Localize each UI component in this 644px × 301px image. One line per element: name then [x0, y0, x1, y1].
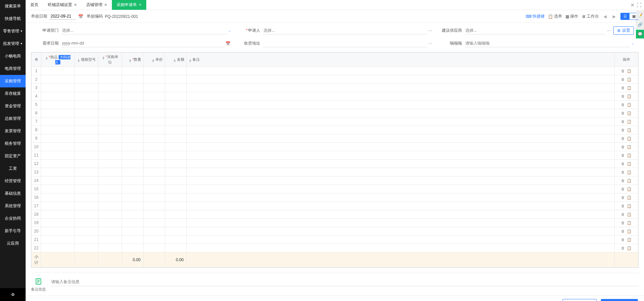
delete-icon[interactable]: 🗑 — [621, 145, 625, 149]
price-cell[interactable] — [144, 101, 165, 109]
sidebar-item-5[interactable]: 电商管理 — [0, 62, 26, 75]
settings-button[interactable]: ⚙ 设置 — [613, 26, 634, 35]
sidebar-item-9[interactable]: 总账管理 — [0, 112, 26, 125]
remark-cell[interactable] — [187, 143, 615, 151]
remark-cell[interactable] — [187, 75, 615, 84]
sidebar-item-17[interactable]: 企业协同 — [0, 212, 26, 225]
delete-icon[interactable]: 🗑 — [621, 229, 625, 233]
spec-cell[interactable] — [75, 168, 98, 176]
qty-cell[interactable] — [122, 193, 144, 202]
spec-cell[interactable] — [75, 101, 98, 109]
delete-icon[interactable]: 🗑 — [621, 128, 625, 132]
operate-button[interactable]: ▦ 操作 — [565, 13, 578, 19]
product-cell[interactable] — [41, 185, 75, 193]
expand-icon[interactable]: ⛶ — [637, 2, 641, 8]
delete-icon[interactable]: 🗑 — [621, 136, 625, 140]
qty-cell[interactable] — [122, 84, 144, 92]
amount-cell[interactable] — [165, 151, 187, 160]
price-header[interactable]: ▲▼单价 — [144, 53, 165, 67]
amount-cell[interactable] — [165, 176, 187, 185]
copy-icon[interactable]: 📋 — [627, 170, 632, 174]
product-cell[interactable] — [41, 219, 75, 227]
qty-cell[interactable] — [122, 109, 144, 117]
product-cell[interactable] — [41, 67, 75, 75]
gear-header[interactable]: ⚙ — [32, 53, 41, 67]
qty-cell[interactable] — [122, 227, 144, 236]
unit-cell[interactable] — [98, 109, 122, 117]
chevron-down-icon[interactable]: ⌵ — [632, 42, 634, 45]
product-cell[interactable] — [41, 160, 75, 168]
unit-cell[interactable] — [98, 117, 122, 126]
unit-cell[interactable] — [98, 143, 122, 151]
amount-cell[interactable] — [165, 84, 187, 92]
spec-cell[interactable] — [75, 244, 98, 252]
spec-cell[interactable] — [75, 185, 98, 193]
remark-cell[interactable] — [187, 84, 615, 92]
spec-header[interactable]: ▲▼规格型号 — [75, 53, 98, 67]
tab-0[interactable]: 首页 — [26, 0, 43, 10]
qty-cell[interactable] — [122, 185, 144, 193]
remark-cell[interactable] — [187, 185, 615, 193]
remark-cell[interactable] — [187, 117, 615, 126]
product-cell[interactable] — [41, 176, 75, 185]
delete-icon[interactable]: 🗑 — [621, 153, 625, 157]
delete-icon[interactable]: 🗑 — [621, 103, 625, 107]
unit-cell[interactable] — [98, 210, 122, 219]
price-cell[interactable] — [144, 151, 165, 160]
product-cell[interactable] — [41, 134, 75, 143]
spec-cell[interactable] — [75, 126, 98, 134]
spec-cell[interactable] — [75, 219, 98, 227]
delete-icon[interactable]: 🗑 — [621, 170, 625, 174]
price-cell[interactable] — [144, 126, 165, 134]
date-input[interactable] — [49, 13, 76, 20]
sidebar-item-12[interactable]: 固定资产 — [0, 150, 26, 162]
copy-icon[interactable]: 📋 — [627, 162, 632, 166]
delete-icon[interactable]: 🗑 — [621, 246, 625, 250]
sidebar-item-14[interactable]: 经营管理 — [0, 175, 26, 187]
unit-cell[interactable] — [98, 227, 122, 236]
copy-icon[interactable]: 📋 — [627, 111, 632, 115]
sidebar-item-6[interactable]: 采购管理 — [0, 75, 26, 87]
remark-cell[interactable] — [187, 101, 615, 109]
product-cell[interactable] — [41, 227, 75, 236]
qty-cell[interactable] — [122, 143, 144, 151]
remark-cell[interactable] — [187, 202, 615, 210]
remark-cell[interactable] — [187, 168, 615, 176]
qty-cell[interactable] — [122, 92, 144, 101]
price-cell[interactable] — [144, 92, 165, 101]
product-header[interactable]: ▲▼*商品扫码录入 — [41, 53, 75, 67]
product-cell[interactable] — [41, 126, 75, 134]
amount-cell[interactable] — [165, 236, 187, 244]
copy-icon[interactable]: 📋 — [627, 77, 632, 81]
unit-cell[interactable] — [98, 168, 122, 176]
remark-cell[interactable] — [187, 176, 615, 185]
copy-icon[interactable]: 📋 — [627, 229, 632, 233]
product-cell[interactable] — [41, 117, 75, 126]
qty-cell[interactable] — [122, 236, 144, 244]
unit-cell[interactable] — [98, 101, 122, 109]
calendar-icon[interactable]: 📅 — [78, 14, 83, 19]
amount-cell[interactable] — [165, 117, 187, 126]
price-cell[interactable] — [144, 236, 165, 244]
product-cell[interactable] — [41, 75, 75, 84]
spec-cell[interactable] — [75, 75, 98, 84]
spec-cell[interactable] — [75, 210, 98, 219]
product-cell[interactable] — [41, 143, 75, 151]
rail-help-icon[interactable]: 💬 — [636, 30, 644, 38]
price-cell[interactable] — [144, 143, 165, 151]
spec-cell[interactable] — [75, 160, 98, 168]
unit-cell[interactable] — [98, 219, 122, 227]
receiver-input[interactable] — [465, 39, 631, 47]
spec-cell[interactable] — [75, 84, 98, 92]
price-cell[interactable] — [144, 202, 165, 210]
qty-header[interactable]: ▲▼*数量 — [122, 53, 144, 67]
sidebar-item-16[interactable]: 系统管理 — [0, 200, 26, 212]
save-add-button[interactable]: 保存&新增⌃ — [601, 299, 638, 301]
unit-cell[interactable] — [98, 160, 122, 168]
copy-icon[interactable]: 📋 — [627, 179, 632, 183]
spec-cell[interactable] — [75, 236, 98, 244]
calendar-icon[interactable]: 📅 — [225, 41, 231, 46]
spec-cell[interactable] — [75, 109, 98, 117]
qty-cell[interactable] — [122, 219, 144, 227]
product-cell[interactable] — [41, 193, 75, 202]
